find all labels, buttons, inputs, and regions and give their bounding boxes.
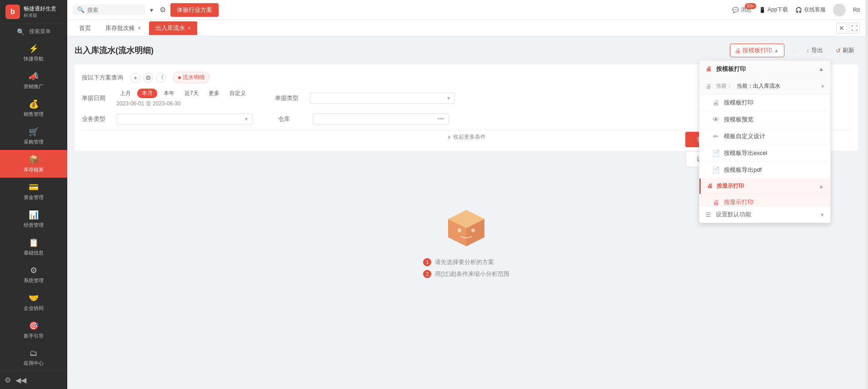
tab-flow-close[interactable]: × (188, 25, 191, 31)
template-preview-icon: 👁 (712, 116, 719, 123)
tab-home[interactable]: 首页 (73, 21, 97, 35)
display-section-toggle-icon[interactable]: ▲ (818, 183, 824, 190)
voucher-type-label: 单据类型 (275, 94, 302, 102)
export-icon: ↑ (807, 47, 810, 54)
print-header-icon: 🖨 (706, 65, 712, 72)
mobile-icon: 📱 (759, 7, 766, 13)
right-edge-bar (865, 0, 868, 389)
date-this-year[interactable]: 本年 (160, 89, 178, 98)
logo-text: 畅捷通好生意 标准版 (24, 5, 56, 19)
dropdown-footer[interactable]: ☰ 设置默认功能 ▾ (699, 206, 830, 223)
refresh-icon: ↺ (836, 47, 841, 54)
sidebar-search[interactable]: 🔍 搜索菜单 (0, 24, 67, 39)
filter-tag: 流水明细 (173, 72, 210, 83)
sidebar-item-guide[interactable]: 🎯 新手引导 (0, 316, 67, 344)
filter-settings-button[interactable]: ⚙ (143, 73, 153, 83)
page-content: 出入库流水(流水明细) 🖨 按模板打印 ▲ ⋯ ↑ 导出 ↺ 刷 (67, 36, 865, 389)
finance-icon: 💳 (29, 182, 39, 192)
display-print-icon: 🖨 (712, 199, 719, 206)
sidebar-item-inventory[interactable]: 📦 库存核算 (0, 150, 67, 178)
user-avatar[interactable] (833, 4, 846, 16)
refresh-button[interactable]: ↺ 刷新 (832, 45, 858, 56)
dropdown-item-template-design[interactable]: ✏ 模板自定义设计 (699, 128, 830, 145)
enterprise-icon: 🤝 (29, 293, 39, 303)
tab-flow[interactable]: 出入库流水 × (149, 21, 197, 35)
sidebar-collapse-icon[interactable]: ◀◀ (15, 376, 26, 384)
basics-icon: 📋 (29, 238, 39, 248)
search-box[interactable]: 🔍 (73, 5, 145, 15)
sidebar-item-marketing[interactable]: 📣 营销推广 (0, 67, 67, 95)
export-button[interactable]: ↑ 导出 (803, 45, 827, 56)
sidebar-item-basics[interactable]: 📋 基础信息 (0, 233, 67, 261)
date-more[interactable]: 更多 (205, 89, 223, 98)
dropdown-item-template-excel[interactable]: 📄 按模板导出excel (699, 145, 830, 162)
footer-chevron-icon: ▾ (821, 211, 824, 218)
date-this-month[interactable]: 本月 (137, 89, 157, 98)
warehouse-select[interactable]: ••• (313, 113, 449, 125)
tab-home-label: 首页 (79, 24, 91, 32)
dropdown-item-template-preview[interactable]: 👁 按模板预览 (699, 111, 830, 128)
dropdown-item-template-pdf[interactable]: 📄 按模板导出pdf (699, 162, 830, 179)
sidebar-item-quick-nav[interactable]: ⚡ 快捷导航 (0, 39, 67, 67)
tab-close-all-btn[interactable]: ✕ (836, 23, 847, 34)
voucher-type-select[interactable]: ▾ (309, 93, 455, 104)
tab-batch[interactable]: 库存批次账 × (99, 21, 147, 35)
date-7days[interactable]: 近7天 (181, 89, 202, 98)
page-header: 出入库流水(流水明细) 🖨 按模板打印 ▲ ⋯ ↑ 导出 ↺ 刷 (75, 44, 858, 57)
biz-type-select[interactable]: ▾ (116, 114, 253, 125)
svg-point-4 (458, 229, 461, 232)
sidebar-item-app-center[interactable]: 🗂 应用中心 (0, 344, 67, 371)
sidebar-item-finance[interactable]: 💳 资金管理 (0, 178, 67, 205)
sidebar: b 畅捷通好生意 标准版 🔍 搜索菜单 ⚡ 快捷导航 📣 营销推广 💰 销售管理… (0, 0, 67, 389)
search-dropdown-icon[interactable]: ▾ (150, 6, 153, 14)
page-title: 出入库流水(流水明细) (75, 45, 154, 56)
trial-button[interactable]: 体验行业方案 (170, 3, 219, 17)
dropdown-current: 🖨 当前： 当前：出入库流水 ▾ (699, 78, 830, 95)
tab-batch-label: 库存批次账 (105, 24, 135, 32)
filter-main-label: 按以下方案查询 (82, 74, 123, 82)
sidebar-bottom: ⚙ ◀◀ (0, 371, 67, 389)
svg-point-5 (471, 229, 475, 232)
date-range-display: 2023-06-01 至 2023-06-30 (116, 100, 249, 108)
empty-box-svg (439, 205, 494, 251)
dropdown-item-display-print[interactable]: 🖨 按显示打印 (699, 194, 830, 206)
tab-batch-close[interactable]: × (138, 25, 141, 31)
notification-icon: 💬 (732, 7, 739, 13)
headset-icon: 🎧 (795, 7, 802, 13)
sidebar-item-sales[interactable]: 💰 销售管理 (0, 95, 67, 122)
date-filter: 上月 本月 本年 近7天 更多 自定义 2023-06-01 至 2023-06… (116, 89, 249, 108)
template-print-button[interactable]: 🖨 按模板打印 ▲ (730, 44, 784, 57)
settings-icon[interactable]: ⚙ (5, 376, 11, 384)
chevron-up-icon: ▲ (774, 47, 779, 54)
warehouse-more-icon: ••• (438, 115, 444, 122)
tab-expand-btn[interactable]: ⛶ (849, 23, 860, 34)
user-name[interactable]: Rit (853, 7, 860, 13)
service-btn[interactable]: 🎧 在线客服 (795, 6, 826, 14)
notification-btn[interactable]: 💬 消息 99+ (732, 6, 752, 14)
date-custom[interactable]: 自定义 (226, 89, 249, 98)
biz-type-chevron-icon: ▾ (245, 116, 248, 122)
dropdown-item-template-print[interactable]: 🖨 按模板打印 (699, 95, 830, 111)
filter-collapse-button[interactable]: 《 (156, 73, 166, 83)
topbar-gear-icon[interactable]: ⚙ (160, 5, 166, 14)
dropdown-header-actions: ▲ (818, 66, 824, 72)
template-design-icon: ✏ (712, 133, 719, 140)
sidebar-item-system[interactable]: ⚙ 系统管理 (0, 261, 67, 289)
inventory-icon: 📦 (29, 155, 39, 165)
dropdown-chevron-up-btn[interactable]: ▲ (818, 66, 824, 72)
quick-nav-icon: ⚡ (29, 44, 39, 54)
search-icon: 🔍 (77, 6, 85, 13)
filter-add-button[interactable]: + (130, 73, 140, 83)
app-download-btn[interactable]: 📱 App下载 (759, 6, 788, 14)
sales-icon: 💰 (29, 99, 39, 109)
page-actions: 🖨 按模板打印 ▲ ⋯ ↑ 导出 ↺ 刷新 (730, 44, 858, 57)
sidebar-item-operations[interactable]: 📊 经营管理 (0, 205, 67, 233)
sidebar-logo: b 畅捷通好生意 标准版 (0, 0, 67, 24)
search-input[interactable] (87, 7, 142, 13)
app-center-icon: 🗂 (30, 349, 38, 358)
dropdown-scrollable: 🖨 按模板打印 ▲ 🖨 当前： 当前：出入库流水 (699, 60, 830, 206)
chevron-up-icon: ∧ (447, 134, 451, 140)
sidebar-item-enterprise[interactable]: 🤝 企业协同 (0, 289, 67, 316)
date-last-month[interactable]: 上月 (116, 89, 135, 98)
sidebar-item-purchase[interactable]: 🛒 采购管理 (0, 122, 67, 150)
